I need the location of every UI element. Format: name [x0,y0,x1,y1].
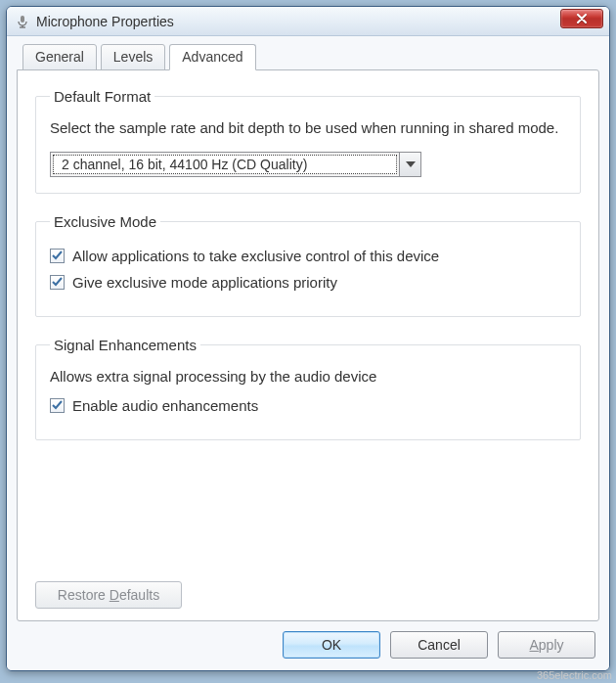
dialog-window: Microphone Properties General Levels Adv… [6,6,610,671]
group-default-format: Default Format Select the sample rate an… [35,88,581,194]
checkmark-icon [50,275,65,290]
dialog-footer: OK Cancel Apply [17,621,599,660]
sample-rate-selected: 2 channel, 16 bit, 44100 Hz (CD Quality) [53,155,397,174]
titlebar: Microphone Properties [7,7,609,36]
legend-exclusive-mode: Exclusive Mode [50,213,160,230]
checkbox-enable-enhancements-label: Enable audio enhancements [72,397,258,414]
group-signal-enhancements: Signal Enhancements Allows extra signal … [35,337,581,439]
client-area: General Levels Advanced Default Format S… [7,36,609,670]
close-button[interactable] [560,9,603,28]
microphone-icon [15,14,30,29]
tabstrip: General Levels Advanced [17,44,599,70]
close-icon [576,14,588,23]
legend-signal-enhancements: Signal Enhancements [50,337,200,353]
window-title: Microphone Properties [36,14,603,29]
tab-general[interactable]: General [22,44,97,70]
sample-rate-combobox[interactable]: 2 channel, 16 bit, 44100 Hz (CD Quality) [50,152,421,177]
tab-advanced[interactable]: Advanced [169,44,255,70]
tab-panel-advanced: Default Format Select the sample rate an… [17,69,599,621]
checkbox-exclusive-priority-label: Give exclusive mode applications priorit… [72,274,337,291]
apply-button[interactable]: Apply [498,631,595,659]
checkbox-enable-enhancements[interactable]: Enable audio enhancements [50,397,566,414]
restore-defaults-button[interactable]: Restore Defaults [35,581,182,609]
checkbox-allow-exclusive-label: Allow applications to take exclusive con… [72,248,439,264]
signal-enhancements-description: Allows extra signal processing by the au… [50,367,566,387]
tab-levels[interactable]: Levels [101,44,165,70]
group-exclusive-mode: Exclusive Mode Allow applications to tak… [35,213,581,317]
cancel-button[interactable]: Cancel [390,631,488,659]
chevron-down-icon [399,153,420,176]
legend-default-format: Default Format [50,88,154,105]
checkbox-allow-exclusive[interactable]: Allow applications to take exclusive con… [50,248,566,264]
checkmark-icon [50,398,65,413]
watermark: 365electric.com [537,669,612,681]
checkmark-icon [50,249,65,263]
ok-button[interactable]: OK [283,631,380,659]
svg-rect-0 [21,16,24,23]
default-format-description: Select the sample rate and bit depth to … [50,118,566,138]
checkbox-exclusive-priority[interactable]: Give exclusive mode applications priorit… [50,274,566,291]
